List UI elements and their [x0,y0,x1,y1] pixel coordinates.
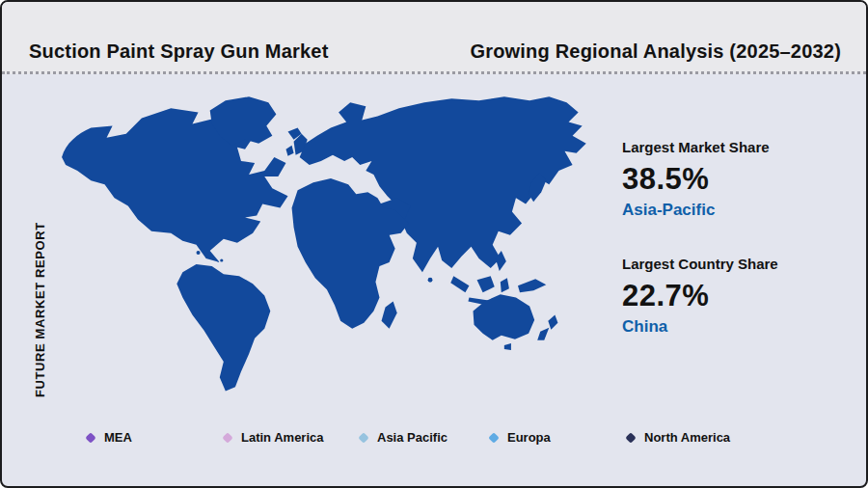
legend-item-europa: Europa [490,430,551,445]
page-title: Suction Paint Spray Gun Market [29,41,329,63]
stats-panel: Largest Market Share 38.5% Asia-Pacific … [622,139,854,337]
legend-dot-icon [222,432,232,443]
stat-label: Largest Market Share [622,139,854,155]
header: Suction Paint Spray Gun Market Growing R… [2,2,866,74]
legend-label: Latin America [241,430,324,445]
stat-region: China [622,317,854,337]
legend-item-asia-pacific: Asia Pacific [360,430,448,445]
legend-label: MEA [104,430,132,445]
stat-value: 22.7% [622,279,854,313]
stat-value: 38.5% [622,162,854,197]
stat-region: Asia-Pacific [622,201,854,220]
page-subtitle: Growing Regional Analysis (2025–2032) [470,41,841,63]
brand-vertical-label: FUTURE MARKET REPORT [33,222,50,397]
main-area: FUTURE MARKET REPORT [2,77,866,486]
stat-country-share: Largest Country Share 22.7% China [622,256,854,337]
legend-label: North America [644,430,730,445]
map-continents [62,96,586,391]
legend-dot-icon [85,432,95,443]
legend-label: Asia Pacific [377,430,448,445]
stat-market-share: Largest Market Share 38.5% Asia-Pacific [622,139,854,220]
legend: MEA Latin America Asia Pacific Europa No… [2,430,866,451]
world-map-svg [56,93,611,428]
legend-label: Europa [507,430,551,445]
infographic-frame: Suction Paint Spray Gun Market Growing R… [0,0,868,488]
legend-item-north-america: North America [627,430,730,445]
legend-item-latin-america: Latin America [224,430,324,445]
legend-dot-icon [488,432,499,443]
legend-dot-icon [625,432,636,443]
stat-label: Largest Country Share [622,256,854,272]
legend-dot-icon [358,432,368,443]
legend-item-mea: MEA [87,430,132,445]
world-map [56,93,611,428]
